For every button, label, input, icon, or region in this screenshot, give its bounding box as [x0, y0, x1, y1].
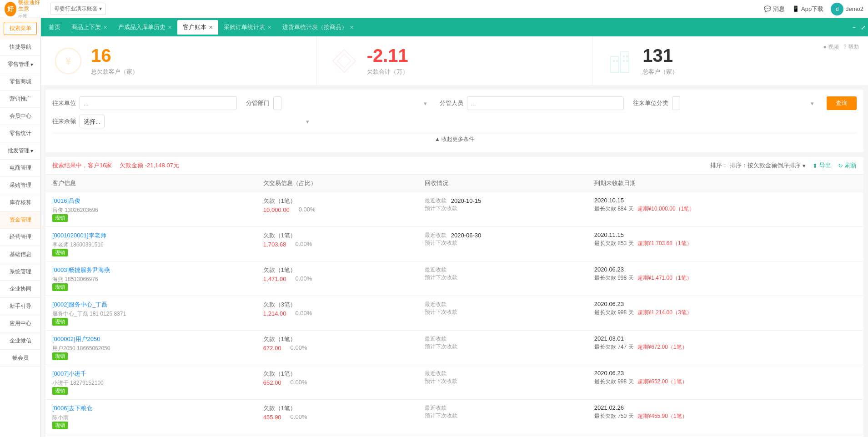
sidebar-item-system[interactable]: 系统管理: [0, 263, 40, 281]
user-menu[interactable]: d demo2: [831, 3, 863, 15]
overdue-days: 最长欠款 998 天: [594, 309, 634, 316]
refresh-btn[interactable]: ↻ 刷新: [838, 161, 857, 170]
balance-select[interactable]: 选择...: [80, 115, 105, 128]
close-icon[interactable]: ✕: [103, 25, 107, 30]
debt-percent: 0.00%: [299, 206, 316, 213]
sidebar-item-retail-mgmt[interactable]: 零售管理 ▾: [0, 56, 40, 73]
overdue-days: 最长欠款 747 天: [594, 343, 634, 351]
filter-section: 往来单位 ... 分管部门 ▾: [45, 90, 863, 152]
collapse-btn[interactable]: ▲ 收起更多条件: [52, 133, 857, 146]
search-button[interactable]: 查询: [827, 96, 857, 110]
filter-source-label: 往来单位: [52, 99, 76, 107]
sidebar-item-inventory[interactable]: 库存核算: [0, 194, 40, 211]
debt-count: 欠款（1笔）: [263, 370, 411, 378]
search-menu-btn[interactable]: 搜索菜单: [0, 18, 40, 39]
sidebar-item-finance[interactable]: 资金管理: [0, 211, 40, 229]
due-date: 2021.02.26: [594, 404, 857, 411]
customer-contact: 小进千 18279152100: [52, 379, 250, 387]
customer-name-link[interactable]: [000002]用户2050: [52, 335, 250, 343]
sidebar-item-retail-stats[interactable]: 零售统计: [0, 125, 40, 142]
overdue-amount-link[interactable]: 超期¥455.90（1笔）: [637, 412, 687, 420]
search-label[interactable]: 搜索菜单: [4, 22, 37, 35]
tab-customer-ledger[interactable]: 客户账本 ✕: [177, 20, 218, 35]
debt-amount[interactable]: 652.00: [263, 379, 281, 386]
debt-amount[interactable]: 455.90: [263, 414, 281, 421]
sidebar-item-wechat[interactable]: 企业微信: [0, 332, 40, 350]
sidebar-item-newbie[interactable]: 新手引导: [0, 298, 40, 315]
dept-select[interactable]: [273, 96, 281, 110]
debt-amount[interactable]: 1,703.68: [263, 241, 286, 248]
source-unit-input[interactable]: ...: [80, 96, 237, 110]
customer-name-link[interactable]: [0003]畅捷服务尹海燕: [52, 266, 250, 274]
message-btn[interactable]: 💬 消息: [764, 5, 785, 13]
table-row: [0006]去下粮仓 陈小雨 现销 欠款（1笔） 455.90 0.00% 最近…: [45, 400, 863, 434]
sidebar-item-wholesale[interactable]: 批发管理 ▾: [0, 142, 40, 160]
app-download-btn[interactable]: 📱 App下载: [792, 5, 823, 13]
tab-product-history[interactable]: 产成品入库单历史 ✕: [113, 20, 177, 35]
sidebar-item-operations[interactable]: 经营管理: [0, 229, 40, 246]
filter-dept: 分管部门 ▾: [246, 96, 431, 110]
minimize-icon[interactable]: －: [851, 23, 857, 31]
last-collection-label: 最近收款: [425, 370, 447, 377]
help-btn[interactable]: ? 帮助: [843, 43, 859, 51]
sidebar-item-member-plus[interactable]: 畅会员: [0, 350, 40, 367]
customer-name-link[interactable]: [0016]吕俊: [52, 197, 250, 205]
tab-purchase-stats[interactable]: 采购订单统计表 ✕: [218, 20, 277, 35]
person-input[interactable]: ...: [467, 96, 624, 110]
sidebar-item-enterprise[interactable]: 企业协同: [0, 281, 40, 298]
overdue-days: 最长欠款 998 天: [594, 378, 634, 386]
customer-contact: 吕俊 13026203696: [52, 206, 250, 214]
filter-balance-label: 往来余额: [52, 117, 76, 126]
overdue-amount-link[interactable]: 超期¥672.00（1笔）: [637, 343, 687, 351]
filter-dept-label: 分管部门: [246, 99, 270, 107]
sidebar-item-quick-nav[interactable]: 快捷导航: [0, 39, 40, 56]
cell-collection-5: 最近收款 预计下次收款: [418, 365, 587, 400]
cell-debt-0: 欠款（1笔） 10,000.00 0.00%: [256, 192, 418, 227]
customer-name-link[interactable]: [0001020001]李老师: [52, 231, 250, 240]
cell-collection-4: 最近收款 预计下次收款: [418, 331, 587, 365]
close-icon[interactable]: ✕: [267, 25, 271, 30]
overdue-amount-link[interactable]: 超期¥652.00（1笔）: [637, 378, 687, 386]
sidebar-item-ecommerce[interactable]: 电商管理: [0, 160, 40, 177]
filter-person: 分管人员 ...: [440, 96, 624, 110]
sidebar-item-member[interactable]: 会员中心: [0, 108, 40, 125]
close-icon[interactable]: ✕: [350, 25, 354, 30]
debt-amount[interactable]: 672.00: [263, 345, 281, 352]
cell-due-5: 2020.06.23 最长欠款 998 天 超期¥652.00（1笔）: [587, 365, 863, 400]
sidebar-item-marketing[interactable]: 营销推广: [0, 90, 40, 108]
sidebar-item-basic-info[interactable]: 基础信息: [0, 246, 40, 263]
sidebar-item-retail-store[interactable]: 零售商城: [0, 73, 40, 90]
last-collection-label: 最近收款: [425, 231, 447, 239]
customer-name-link[interactable]: [0006]去下粮仓: [52, 404, 250, 412]
cell-due-4: 2021.03.01 最长欠款 747 天 超期¥672.00（1笔）: [587, 331, 863, 365]
export-btn[interactable]: ⬆ 导出: [813, 161, 831, 170]
close-icon[interactable]: ✕: [209, 25, 213, 30]
tab-home[interactable]: 首页: [43, 20, 66, 35]
customer-name-link[interactable]: [0007]小进千: [52, 370, 250, 378]
overdue-amount-link[interactable]: 超期¥10,000.00（1笔）: [637, 205, 695, 213]
video-btn[interactable]: ● 视频: [823, 43, 839, 51]
customer-name-link[interactable]: [0002]服务中心_丁磊: [52, 301, 250, 309]
stats-row: ¥ 16 总欠款客户（家）: [41, 36, 868, 85]
close-icon[interactable]: ✕: [168, 25, 172, 30]
tab-purchase-by-product[interactable]: 进货单统计表（按商品） ✕: [277, 20, 359, 35]
industry-select[interactable]: 母婴行业演示账套 ▾: [50, 3, 106, 15]
debt-amount[interactable]: 1,214.00: [263, 310, 286, 317]
overdue-amount-link[interactable]: 超期¥1,471.00（1笔）: [637, 274, 692, 282]
sort-select[interactable]: 排序： 排序：按欠款金额倒序排序 ▾: [710, 161, 806, 170]
stat-card-total-customers: ● 视频 ? 帮助: [592, 36, 868, 85]
filter-source-type-label: 往来单位分类: [633, 99, 668, 107]
sidebar-item-apps[interactable]: 应用中心: [0, 315, 40, 332]
overdue-amount-link[interactable]: 超期¥1,214.00（3笔）: [637, 309, 692, 316]
cell-collection-7: 最近收款 预计下次收款: [418, 434, 587, 437]
tab-product-listing[interactable]: 商品上下架 ✕: [66, 20, 113, 35]
debt-amount[interactable]: 10,000.00: [263, 206, 290, 213]
overdue-amount-link[interactable]: 超期¥1,703.68（1笔）: [637, 240, 692, 247]
results-summary: 搜索结果中，客户16家 欠款金额 -21,148.07元: [52, 161, 179, 170]
debt-amount[interactable]: 1,471.00: [263, 276, 286, 282]
sidebar-item-purchase[interactable]: 采购管理: [0, 177, 40, 194]
refresh-icon: ↻: [838, 162, 843, 169]
maximize-icon[interactable]: ⤢: [861, 24, 866, 31]
logo-text: 畅捷通好生意示账: [18, 0, 45, 19]
source-type-select[interactable]: [672, 96, 680, 110]
